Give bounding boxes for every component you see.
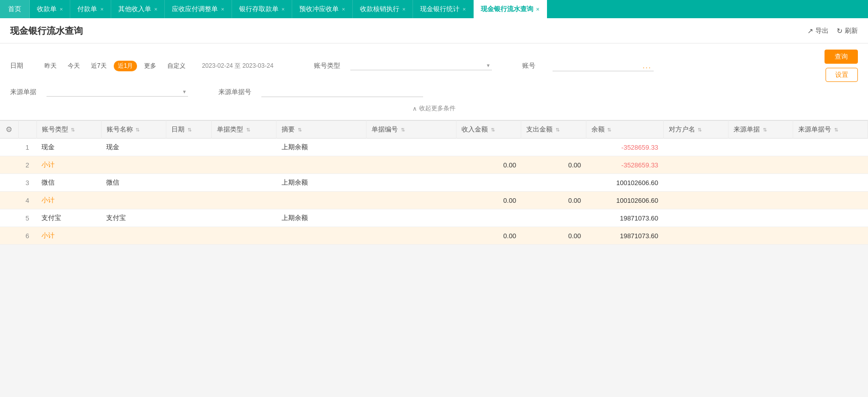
source-doc-no-column-header[interactable]: 来源单据号 ⇅ [793,121,868,139]
row-income: 0.00 [456,156,521,174]
refresh-label: 刷新 [845,26,858,35]
source-doc-no-input[interactable] [261,87,423,97]
row-doc-type [212,174,277,192]
date-column-header[interactable]: 日期 ⇅ [166,121,212,139]
account-dots-button[interactable]: ... [643,62,652,70]
account-name-col-label: 账号名称 [107,125,133,133]
source-doc-label: 来源单据 [10,87,36,97]
filter-row-1: 日期 昨天今天近7天近1月更多自定义 2023-02-24 至 2023-03-… [10,50,858,82]
nav-item-cashflow[interactable]: 现金银行流水查询× [474,0,547,18]
account-type-column-header[interactable]: 账号类型 ⇅ [36,121,101,139]
row-gear [0,139,18,156]
row-source-doc-no [793,156,868,174]
row-gear [0,227,18,245]
row-summary: 上期余额 [277,209,367,227]
table-body: 1现金现金上期余额-3528659.332小计0.000.00-3528659.… [0,139,868,245]
right-buttons: 查询 设置 [825,50,858,82]
doc-no-column-header[interactable]: 单据编号 ⇅ [367,121,456,139]
gear-column-header[interactable]: ⚙ [0,121,18,139]
row-index: 1 [18,139,36,156]
table-header: ⚙ 账号类型 ⇅ 账号名称 ⇅ 日期 ⇅ 单据类型 ⇅ [0,121,868,139]
row-account-name: 现金 [101,139,166,156]
account-type-select[interactable]: ▾ [350,61,492,70]
top-nav: 首页收款单×付款单×其他收入单×应收应付调整单×银行存取款单×预收冲应收单×收款… [0,0,868,18]
close-icon[interactable]: × [60,6,63,12]
sort-icon: ⇅ [834,127,838,133]
close-icon[interactable]: × [100,6,103,12]
row-doc-no [367,209,456,227]
row-income [456,209,521,227]
nav-item-payment[interactable]: 付款单× [70,0,111,18]
row-index: 6 [18,227,36,245]
main-table: ⚙ 账号类型 ⇅ 账号名称 ⇅ 日期 ⇅ 单据类型 ⇅ [0,120,868,245]
table-row: 4小计0.000.00100102606.60 [0,192,868,209]
account-label: 账号 [522,61,542,70]
refresh-icon: ↻ [837,27,843,35]
close-icon[interactable]: × [463,6,466,12]
query-button[interactable]: 查询 [825,50,858,64]
row-date [166,192,212,209]
source-doc-column-header[interactable]: 来源单据 ⇅ [728,121,793,139]
close-icon[interactable]: × [536,6,539,12]
doc-no-col-label: 单据编号 [372,125,398,133]
nav-item-advance[interactable]: 预收冲应收单× [292,0,352,18]
refresh-button[interactable]: ↻ 刷新 [837,26,858,35]
nav-item-receipt[interactable]: 收款单× [30,0,70,18]
row-date [166,174,212,192]
close-icon[interactable]: × [221,6,224,12]
settings-button[interactable]: 设置 [826,68,858,82]
close-icon[interactable]: × [342,6,345,12]
nav-item-home[interactable]: 首页 [0,0,30,18]
row-balance: 19871073.60 [586,209,663,227]
row-account-name: 支付宝 [101,209,166,227]
counterparty-column-header[interactable]: 对方户名 ⇅ [663,121,728,139]
expend-column-header[interactable]: 支出金额 ⇅ [521,121,586,139]
date-option-今天[interactable]: 今天 [64,61,84,71]
row-doc-no [367,156,456,174]
row-expend [521,139,586,156]
close-icon[interactable]: × [154,6,157,12]
source-doc-select[interactable]: ▾ [47,87,188,97]
row-date [166,139,212,156]
row-doc-type [212,227,277,245]
source-doc-chevron-icon: ▾ [183,89,186,95]
table-row: 3微信微信上期余额100102606.60 [0,174,868,192]
nav-item-stats[interactable]: 现金银行统计× [413,0,473,18]
date-option-自定义[interactable]: 自定义 [163,61,190,71]
row-expend: 0.00 [521,192,586,209]
export-button[interactable]: ↗ 导出 [807,26,829,35]
row-summary [277,156,367,174]
row-account-name [101,227,166,245]
row-account-name: 微信 [101,174,166,192]
collapse-button[interactable]: ∧ 收起更多条件 [10,102,858,116]
sort-icon: ⇅ [763,127,767,133]
nav-item-verify[interactable]: 收款核销执行× [353,0,413,18]
row-summary: 上期余额 [277,139,367,156]
date-option-近7天[interactable]: 近7天 [87,61,111,71]
row-source-doc [728,227,793,245]
nav-item-adjust[interactable]: 应收应付调整单× [165,0,232,18]
row-summary [277,192,367,209]
close-icon[interactable]: × [402,6,405,12]
account-name-column-header[interactable]: 账号名称 ⇅ [101,121,166,139]
row-source-doc [728,156,793,174]
row-doc-type [212,209,277,227]
date-option-更多[interactable]: 更多 [140,61,160,71]
row-date [166,156,212,174]
income-column-header[interactable]: 收入金额 ⇅ [456,121,521,139]
balance-column-header[interactable]: 余额 ⇅ [586,121,663,139]
date-option-昨天[interactable]: 昨天 [40,61,61,71]
row-counterparty [663,192,728,209]
filter-row-2: 来源单据 ▾ 来源单据号 [10,87,858,97]
filter-area: 日期 昨天今天近7天近1月更多自定义 2023-02-24 至 2023-03-… [0,43,868,120]
close-icon[interactable]: × [282,6,285,12]
row-account-type: 现金 [36,139,101,156]
nav-item-bank-deposit[interactable]: 银行存取款单× [232,0,292,18]
row-balance: 100102606.60 [586,192,663,209]
row-balance: 19871073.60 [586,227,663,245]
header-row: ⚙ 账号类型 ⇅ 账号名称 ⇅ 日期 ⇅ 单据类型 ⇅ [0,121,868,139]
doc-type-column-header[interactable]: 单据类型 ⇅ [212,121,277,139]
nav-item-other-income[interactable]: 其他收入单× [111,0,165,18]
summary-column-header[interactable]: 摘要 ⇅ [277,121,367,139]
date-option-近1月[interactable]: 近1月 [114,61,138,71]
